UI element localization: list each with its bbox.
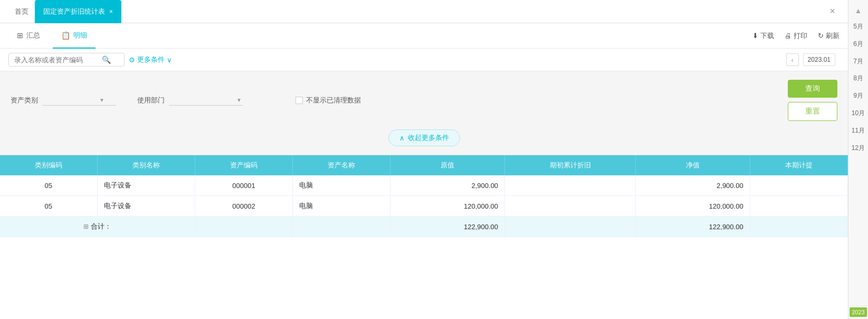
tab-summary-label: 汇总 <box>26 31 40 40</box>
data-table: 类别编码 类别名称 资产编码 资产名称 原值 期初累计折旧 净值 本期计提 05… <box>0 155 848 237</box>
sidebar-year-badge[interactable]: 2023 <box>850 307 866 317</box>
refresh-button[interactable]: ↻ 刷新 <box>818 31 840 41</box>
search-input[interactable] <box>14 56 99 64</box>
toolbar: ⊞ 汇总 📋 明细 ⬇ 下载 🖨 打印 ↻ 刷新 <box>0 23 848 49</box>
data-table-wrap: 类别编码 类别名称 资产编码 资产名称 原值 期初累计折旧 净值 本期计提 05… <box>0 155 848 319</box>
filter-actions: 查询 重置 <box>788 80 837 121</box>
sidebar-month-11[interactable]: 11月 <box>851 123 866 138</box>
filter-icon: ⚙ <box>129 56 135 64</box>
sidebar-month-6[interactable]: 6月 <box>852 36 864 52</box>
tab-close-icon[interactable]: × <box>109 8 113 15</box>
download-button[interactable]: ⬇ 下载 <box>752 31 774 41</box>
table-total-row: ⊞ 合计： 122,900.00 122,900.00 <box>0 217 848 237</box>
total-accum-depreciation <box>505 217 636 237</box>
nav-home[interactable]: 首页 <box>8 7 35 16</box>
cell-accum-depreciation <box>505 175 636 196</box>
col-header-3: 资产编码 <box>195 155 292 175</box>
sidebar-month-9[interactable]: 9月 <box>852 88 864 104</box>
cell-asset-code: 000002 <box>195 196 292 217</box>
top-nav: 首页 固定资产折旧统计表 × × <box>0 0 848 23</box>
tab-detail-label: 明细 <box>73 31 87 40</box>
hide-cleared-checkbox-wrap[interactable]: 不显示已清理数据 <box>295 96 361 105</box>
chevron-down-icon: ∨ <box>167 56 172 64</box>
total-net-value: 122,900.00 <box>635 217 750 237</box>
refresh-icon: ↻ <box>818 32 824 40</box>
asset-type-label: 资产类别 <box>11 96 38 105</box>
more-conditions-button[interactable]: ⚙ 更多条件 ∨ <box>129 55 172 64</box>
cell-asset-name: 电脑 <box>293 175 390 196</box>
col-header-8: 本期计提 <box>750 155 847 175</box>
reset-button[interactable]: 重置 <box>788 102 837 121</box>
department-select[interactable]: ▼ <box>169 95 243 106</box>
cell-original-value: 2,900.00 <box>390 175 505 196</box>
search-bar: 🔍 ⚙ 更多条件 ∨ ‹ 2023.01 <box>0 49 848 71</box>
cell-category-name: 电子设备 <box>97 196 195 217</box>
cell-category-code: 05 <box>0 175 97 196</box>
table-header: 类别编码 类别名称 资产编码 资产名称 原值 期初累计折旧 净值 本期计提 <box>0 155 848 175</box>
table-row: 05 电子设备 000002 电脑 120,000.00 120,000.00 <box>0 196 848 217</box>
total-original-value: 122,900.00 <box>390 217 505 237</box>
cell-accum-depreciation <box>505 196 636 217</box>
tab-title: 固定资产折旧统计表 <box>43 7 105 16</box>
right-sidebar: ▲ 5月 6月 7月 8月 9月 10月 11月 12月 2023 <box>848 0 868 319</box>
total-label: 合计： <box>91 222 111 231</box>
print-label: 打印 <box>794 31 807 41</box>
department-filter: 使用部门 ▼ <box>137 95 243 106</box>
cell-net-value: 120,000.00 <box>635 196 750 217</box>
print-icon: 🖨 <box>785 32 791 40</box>
total-empty-1 <box>195 217 292 237</box>
asset-type-chevron-icon: ▼ <box>99 97 104 103</box>
date-display: 2023.01 <box>803 53 835 66</box>
department-chevron-icon: ▼ <box>236 97 242 103</box>
filter-row-1: 资产类别 ▼ 使用部门 ▼ 不显示已清理数据 查询 重置 <box>11 80 837 121</box>
collapse-label: 收起更多条件 <box>408 133 449 143</box>
cell-original-value: 120,000.00 <box>390 196 505 217</box>
asset-type-filter: 资产类别 ▼ <box>11 95 116 106</box>
table-row: 05 电子设备 000001 电脑 2,900.00 2,900.00 <box>0 175 848 196</box>
cell-asset-name: 电脑 <box>293 196 390 217</box>
col-header-7: 净值 <box>635 155 750 175</box>
filter-area: 资产类别 ▼ 使用部门 ▼ 不显示已清理数据 查询 重置 <box>0 71 848 155</box>
tab-summary[interactable]: ⊞ 汇总 <box>8 23 49 49</box>
more-conditions-label: 更多条件 <box>137 55 165 64</box>
sidebar-month-8[interactable]: 8月 <box>852 71 864 86</box>
active-tab[interactable]: 固定资产折旧统计表 × <box>35 0 121 23</box>
tab-detail[interactable]: 📋 明细 <box>53 23 96 49</box>
sidebar-month-10[interactable]: 10月 <box>851 106 866 121</box>
collapse-conditions-button[interactable]: ∧ 收起更多条件 <box>388 129 460 146</box>
cell-category-code: 05 <box>0 196 97 217</box>
window-close-button[interactable]: × <box>825 6 840 17</box>
sidebar-scroll-up-button[interactable]: ▲ <box>853 4 864 17</box>
cell-current-depreciation <box>750 196 847 217</box>
col-header-2: 类别名称 <box>97 155 195 175</box>
query-button[interactable]: 查询 <box>788 80 837 98</box>
search-bar-right: ‹ 2023.01 <box>786 53 840 66</box>
detail-icon: 📋 <box>61 31 70 40</box>
hide-cleared-label: 不显示已清理数据 <box>306 96 361 105</box>
table-body: 05 电子设备 000001 电脑 2,900.00 2,900.00 05 电… <box>0 175 848 237</box>
cell-category-name: 电子设备 <box>97 175 195 196</box>
total-icon: ⊞ <box>83 223 89 230</box>
date-nav-left-button[interactable]: ‹ <box>786 53 799 66</box>
toolbar-right: ⬇ 下载 🖨 打印 ↻ 刷新 <box>752 31 840 41</box>
asset-type-select[interactable]: ▼ <box>42 95 116 106</box>
search-icon: 🔍 <box>102 55 111 64</box>
sidebar-month-12[interactable]: 12月 <box>851 140 866 156</box>
total-label-cell: ⊞ 合计： <box>0 217 195 237</box>
cell-net-value: 2,900.00 <box>635 175 750 196</box>
department-label: 使用部门 <box>137 96 165 105</box>
col-header-6: 期初累计折旧 <box>505 155 636 175</box>
col-header-5: 原值 <box>390 155 505 175</box>
sidebar-month-5[interactable]: 5月 <box>852 19 864 34</box>
download-label: 下载 <box>760 31 774 41</box>
total-current-depreciation <box>750 217 847 237</box>
summary-icon: ⊞ <box>17 31 23 40</box>
col-header-1: 类别编码 <box>0 155 97 175</box>
total-empty-2 <box>293 217 390 237</box>
print-button[interactable]: 🖨 打印 <box>785 31 807 41</box>
cell-current-depreciation <box>750 175 847 196</box>
sidebar-month-7[interactable]: 7月 <box>852 54 864 69</box>
hide-cleared-checkbox[interactable] <box>295 97 303 104</box>
refresh-label: 刷新 <box>826 31 840 41</box>
search-input-wrap[interactable]: 🔍 <box>8 53 125 67</box>
